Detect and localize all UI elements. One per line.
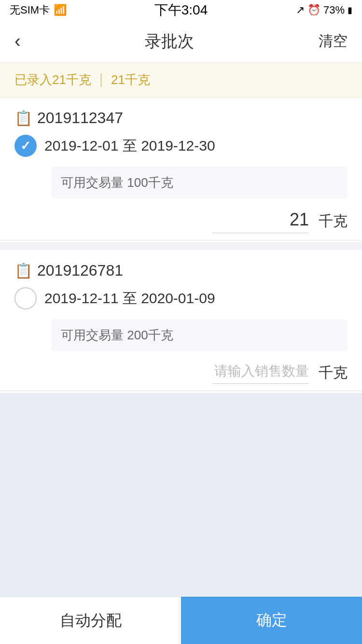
batch-item-1: 📋 2019112347 ✓ 2019-12-01 至 2019-12-30 可… (0, 98, 362, 242)
location-icon: ↗ (296, 4, 305, 16)
batch-1-row[interactable]: ✓ 2019-12-01 至 2019-12-30 (0, 131, 362, 165)
batch-1-date: 2019-12-01 至 2019-12-30 (44, 136, 215, 156)
bottom-buttons: 自动分配 确定 (0, 597, 362, 644)
banner-divider (101, 73, 101, 87)
section-divider (0, 242, 362, 250)
recorded-label: 已录入21千克 (14, 71, 91, 88)
alarm-icon: ⏰ (307, 4, 320, 16)
sim-text: 无SIM卡 (10, 3, 50, 17)
batch-2-quantity-row: 请输入销售数量 千克 (0, 357, 362, 389)
batch-2-availability: 可用交易量 200千克 (51, 319, 348, 351)
batch-1-id: 2019112347 (37, 109, 123, 127)
page-content: 已录入21千克 21千克 📋 2019112347 ✓ 2019-12-01 至… (0, 63, 362, 639)
battery-text: 73% (323, 4, 345, 16)
batch-1-radio[interactable]: ✓ (14, 135, 37, 157)
page-title: 录批次 (145, 30, 194, 53)
batch-2-header: 📋 2019126781 (0, 250, 362, 283)
battery-icon: ▮ (348, 5, 352, 15)
batch-1-doc-icon: 📋 (14, 110, 32, 126)
batch-1-divider (0, 240, 362, 240)
check-icon: ✓ (20, 139, 31, 154)
batch-1-availability: 可用交易量 100千克 (51, 167, 348, 199)
batch-2-divider (0, 391, 362, 391)
back-button[interactable]: ‹ (14, 31, 21, 52)
nav-bar: ‹ 录批次 清空 (0, 20, 362, 63)
confirm-button[interactable]: 确定 (181, 597, 362, 644)
batch-1-quantity[interactable]: 21 (280, 210, 309, 230)
batch-1-input-wrapper: 21 (212, 210, 309, 233)
wifi-icon: 📶 (54, 4, 67, 16)
status-time: 下午3:04 (154, 1, 208, 19)
recorded-value: 21千克 (111, 71, 150, 88)
batch-2-row[interactable]: 2019-12-11 至 2020-01-09 (0, 283, 362, 317)
auto-distribute-button[interactable]: 自动分配 (0, 597, 181, 644)
status-left: 无SIM卡 📶 (10, 3, 67, 17)
batch-1-header: 📋 2019112347 (0, 98, 362, 131)
clear-button[interactable]: 清空 (319, 31, 348, 51)
batch-2-date: 2019-12-11 至 2020-01-09 (44, 289, 215, 308)
status-bar: 无SIM卡 📶 下午3:04 ↗ ⏰ 73% ▮ (0, 0, 362, 20)
batch-2-input-wrapper[interactable]: 请输入销售数量 (212, 362, 309, 384)
batch-2-placeholder: 请输入销售数量 (214, 362, 309, 380)
batch-2-doc-icon: 📋 (14, 262, 32, 279)
batch-2-id: 2019126781 (37, 262, 123, 280)
status-right: ↗ ⏰ 73% ▮ (296, 4, 352, 16)
info-banner: 已录入21千克 21千克 (0, 63, 362, 98)
batch-item-2: 📋 2019126781 2019-12-11 至 2020-01-09 可用交… (0, 250, 362, 393)
batch-1-unit: 千克 (319, 211, 348, 231)
batch-2-unit: 千克 (319, 363, 348, 383)
batch-1-quantity-row: 21 千克 (0, 205, 362, 238)
batch-2-radio[interactable] (14, 287, 37, 309)
